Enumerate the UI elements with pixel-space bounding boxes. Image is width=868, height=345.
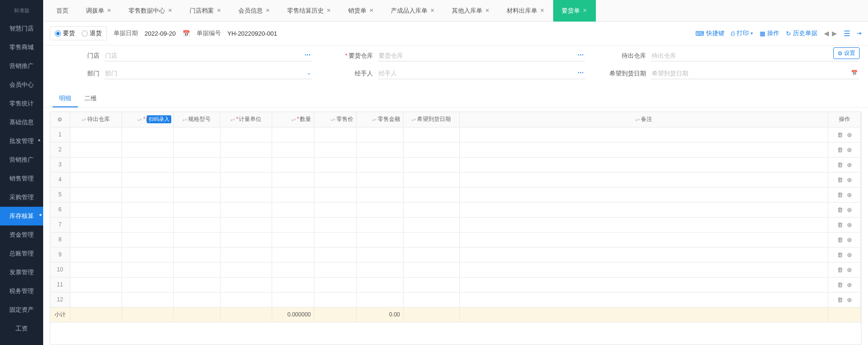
add-icon[interactable]: ⊕ [847, 191, 852, 198]
table-row[interactable]: 3 🗑 ⊕ [50, 157, 861, 172]
sidebar-item-ledger[interactable]: 总账管理 [0, 244, 43, 263]
sidebar-item-members[interactable]: 会员中心 [0, 75, 43, 94]
tab-material-out[interactable]: 材料出库单✕ [498, 0, 553, 22]
expand-icon[interactable]: ⇥ [857, 30, 861, 37]
sidebar-item-assets[interactable]: 固定资产 [0, 300, 43, 319]
sidebar-item-sales[interactable]: 销售管理 [0, 169, 43, 188]
prev-icon[interactable]: ◀ [824, 30, 829, 37]
sidebar-item-purchase[interactable]: 采购管理 [0, 188, 43, 207]
add-icon[interactable]: ⊕ [847, 266, 852, 273]
table-row[interactable]: 6 🗑 ⊕ [50, 202, 861, 217]
col-price[interactable]: ▴▾零售价 [314, 112, 356, 127]
add-icon[interactable]: ⊕ [847, 221, 852, 228]
table-row[interactable]: 5 🗑 ⊕ [50, 187, 861, 202]
delete-icon[interactable]: 🗑 [837, 191, 843, 198]
sidebar-item-marketing[interactable]: 营销推广 [0, 57, 43, 75]
tab-home[interactable]: 首页 [48, 0, 77, 22]
subtab-2d[interactable]: 二维 [78, 90, 103, 107]
operate-link[interactable]: ▦操作 [760, 29, 779, 38]
delete-icon[interactable]: 🗑 [837, 251, 843, 258]
add-icon[interactable]: ⊕ [847, 146, 852, 153]
print-link[interactable]: ⎙打印▾ [731, 29, 753, 38]
col-expect[interactable]: ▴▾希望到货日期 [403, 112, 459, 127]
delete-icon[interactable]: 🗑 [837, 176, 843, 183]
delete-icon[interactable]: 🗑 [837, 206, 843, 213]
sidebar-item-salary[interactable]: 工资 [0, 319, 43, 338]
table-row[interactable]: 9 🗑 ⊕ [50, 247, 861, 262]
col-out-wh[interactable]: ▴▾待出仓库 [70, 112, 122, 127]
sidebar-item-wholesale[interactable]: 批发管理 [0, 132, 43, 150]
subtab-detail[interactable]: 明细 [53, 90, 78, 107]
tab-allocation[interactable]: 调拨单✕ [77, 0, 120, 22]
add-icon[interactable]: ⊕ [847, 206, 852, 213]
sidebar-item-funds[interactable]: 资金管理 [0, 225, 43, 244]
tab-member-info[interactable]: 会员信息✕ [230, 0, 279, 22]
col-amount[interactable]: ▴▾零售金额 [356, 112, 403, 127]
tab-request[interactable]: 要货单✕ [553, 0, 596, 22]
handler-input[interactable] [378, 68, 586, 79]
add-icon[interactable]: ⊕ [847, 161, 852, 168]
next-icon[interactable]: ▶ [832, 30, 837, 37]
req-wh-input[interactable] [378, 50, 586, 61]
lookup-icon[interactable]: ⋯ [578, 51, 584, 58]
tab-store-archive[interactable]: 门店档案✕ [181, 0, 230, 22]
close-icon[interactable]: ✕ [583, 8, 587, 14]
calendar-icon[interactable]: 📅 [183, 30, 190, 37]
settings-button[interactable]: ⚙设置 [833, 47, 860, 59]
table-row[interactable]: 7 🗑 ⊕ [50, 217, 861, 232]
col-product[interactable]: ▴▾*商品扫码录入 [122, 112, 173, 127]
radio-return[interactable]: 退货 [82, 29, 102, 38]
delete-icon[interactable]: 🗑 [837, 236, 843, 243]
delete-icon[interactable]: 🗑 [837, 281, 843, 288]
sidebar-item-standard[interactable]: 标准版 [0, 2, 43, 19]
col-gear[interactable]: ⚙ [50, 112, 70, 127]
shortcut-link[interactable]: ⌨快捷键 [695, 29, 724, 38]
delete-icon[interactable]: 🗑 [837, 221, 843, 228]
table-row[interactable]: 11 🗑 ⊕ [50, 277, 861, 292]
chevron-down-icon[interactable]: ⌄ [307, 70, 311, 76]
out-wh-input[interactable] [651, 50, 859, 61]
close-icon[interactable]: ✕ [540, 8, 544, 14]
close-icon[interactable]: ✕ [430, 8, 434, 14]
add-icon[interactable]: ⊕ [847, 176, 852, 183]
close-icon[interactable]: ✕ [369, 8, 373, 14]
sidebar-item-retail-mall[interactable]: 零售商城 [0, 38, 43, 57]
col-remark[interactable]: ▴▾备注 [459, 112, 828, 127]
close-icon[interactable]: ✕ [266, 8, 270, 14]
delete-icon[interactable]: 🗑 [837, 161, 843, 168]
radio-request[interactable]: 要货 [55, 29, 75, 38]
close-icon[interactable]: ✕ [217, 8, 221, 14]
tab-sales-order[interactable]: 销货单✕ [340, 0, 382, 22]
expect-input[interactable] [651, 68, 859, 79]
sidebar-item-tax[interactable]: 税务管理 [0, 282, 43, 300]
sidebar-item-invoice[interactable]: 发票管理 [0, 263, 43, 282]
table-row[interactable]: 1 🗑 ⊕ [50, 127, 861, 142]
sidebar-item-smart-store[interactable]: 智慧门店 [0, 19, 43, 38]
delete-icon[interactable]: 🗑 [837, 266, 843, 273]
add-icon[interactable]: ⊕ [847, 236, 852, 243]
table-row[interactable]: 8 🗑 ⊕ [50, 232, 861, 247]
delete-icon[interactable]: 🗑 [837, 131, 843, 138]
list-toggle-icon[interactable]: ☰ [844, 29, 850, 38]
dept-input[interactable] [104, 68, 312, 79]
close-icon[interactable]: ✕ [327, 8, 331, 14]
history-link[interactable]: ↻历史单据 [786, 29, 817, 38]
table-row[interactable]: 4 🗑 ⊕ [50, 172, 861, 187]
table-row[interactable]: 10 🗑 ⊕ [50, 262, 861, 277]
calendar-icon[interactable]: 📅 [851, 70, 858, 76]
add-icon[interactable]: ⊕ [847, 296, 852, 303]
store-input[interactable] [104, 50, 312, 61]
tab-other-in[interactable]: 其他入库单✕ [443, 0, 498, 22]
close-icon[interactable]: ✕ [107, 8, 111, 14]
close-icon[interactable]: ✕ [485, 8, 489, 14]
lookup-icon[interactable]: ⋯ [305, 51, 311, 58]
sidebar-item-retail-stats[interactable]: 零售统计 [0, 94, 43, 113]
tab-finished-in[interactable]: 产成品入库单✕ [382, 0, 443, 22]
sidebar-item-inventory[interactable]: 库存核算 [0, 207, 43, 225]
scan-badge[interactable]: 扫码录入 [147, 115, 171, 123]
delete-icon[interactable]: 🗑 [837, 146, 843, 153]
add-icon[interactable]: ⊕ [847, 281, 852, 288]
tab-settlement[interactable]: 零售结算历史✕ [279, 0, 340, 22]
add-icon[interactable]: ⊕ [847, 251, 852, 258]
table-row[interactable]: 12 🗑 ⊕ [50, 292, 861, 307]
